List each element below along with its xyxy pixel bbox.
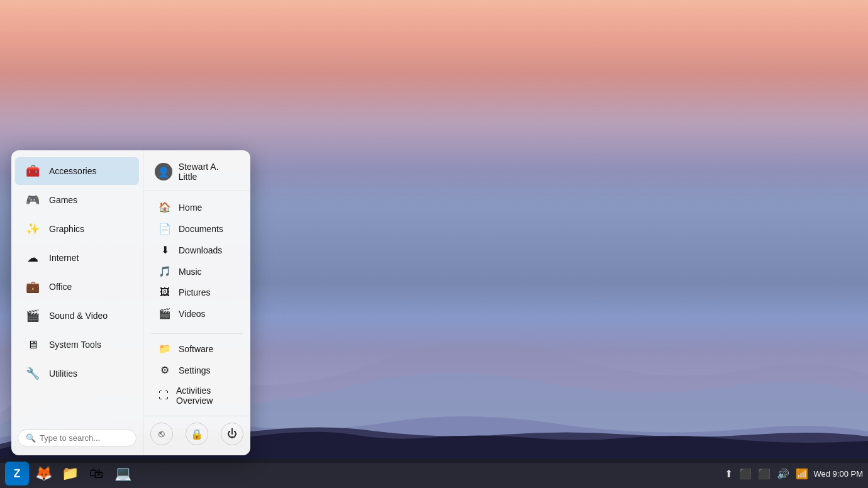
place-documents[interactable]: 📄 Documents (147, 218, 247, 239)
place-music[interactable]: 🎵 Music (147, 261, 247, 282)
settings-icon: ⚙ (159, 364, 171, 376)
category-office[interactable]: 💼 Office (15, 273, 139, 301)
place-videos-label: Videos (179, 309, 206, 319)
volume-tray-icon[interactable]: 🔊 (777, 468, 789, 480)
software-taskbar-icon[interactable]: 🛍 (84, 462, 108, 485)
firefox-icon: 🦊 (35, 465, 52, 482)
menu-categories: 🧰 Accessories 🎮 Games ✨ Graphics ☁ Inter… (11, 150, 143, 455)
bottom-actions: ⎋ 🔒 ⏻ (143, 416, 250, 448)
documents-icon: 📄 (159, 223, 171, 235)
place-home[interactable]: 🏠 Home (147, 197, 247, 218)
search-wrap: 🔍 (18, 430, 136, 446)
system-tools-icon: 🖥 (24, 336, 42, 353)
system-section: 📁 Software ⚙ Settings ⛶ Activities Overv… (143, 338, 250, 416)
suspend-button[interactable]: ⎋ (150, 423, 173, 445)
software-store-icon: 🛍 (89, 465, 103, 482)
user-name: Stewart A. Little (179, 162, 239, 182)
category-office-label: Office (49, 282, 72, 292)
place-downloads[interactable]: ⬇ Downloads (147, 240, 247, 260)
avatar: 👤 (155, 163, 172, 180)
accessories-icon: 🧰 (24, 162, 42, 180)
window-tray-icon[interactable]: ⬛ (758, 468, 771, 480)
zorin-button[interactable]: Z (5, 462, 29, 485)
videos-icon: 🎬 (159, 308, 171, 319)
category-sound-video[interactable]: 🎬 Sound & Video (15, 302, 139, 330)
category-system-tools[interactable]: 🖥 System Tools (15, 331, 139, 358)
graphics-icon: ✨ (24, 220, 42, 238)
taskbar-right: ⬆ ⬛ ⬛ 🔊 📶 Wed 9:00 PM (725, 468, 863, 480)
place-downloads-label: Downloads (179, 245, 222, 255)
category-system-tools-label: System Tools (49, 340, 101, 350)
category-accessories[interactable]: 🧰 Accessories (15, 157, 139, 185)
terminal-taskbar-icon[interactable]: 💻 (111, 462, 135, 485)
category-games[interactable]: 🎮 Games (15, 186, 139, 214)
network-tray-icon[interactable]: 📶 (796, 468, 808, 480)
search-input[interactable] (40, 433, 128, 443)
search-area: 🔍 (11, 424, 143, 449)
system-software-label: Software (179, 344, 213, 354)
office-icon: 💼 (24, 278, 42, 296)
search-icon: 🔍 (26, 433, 36, 443)
category-internet-label: Internet (49, 253, 79, 263)
category-sound-video-label: Sound & Video (49, 311, 108, 321)
downloads-icon: ⬇ (159, 244, 171, 256)
taskbar: Z 🦊 📁 🛍 💻 ⬆ ⬛ ⬛ 🔊 📶 Wed 9:00 (0, 459, 868, 488)
home-icon: 🏠 (159, 201, 171, 213)
terminal-icon: 💻 (114, 465, 131, 482)
tray-icons: ⬆ ⬛ ⬛ 🔊 📶 (725, 468, 808, 480)
place-music-label: Music (179, 267, 202, 277)
user-section: 👤 Stewart A. Little (143, 158, 250, 191)
games-icon: 🎮 (24, 191, 42, 209)
firefox-taskbar-icon[interactable]: 🦊 (31, 462, 55, 485)
category-internet[interactable]: ☁ Internet (15, 244, 139, 272)
internet-icon: ☁ (24, 249, 42, 267)
taskbar-left: Z 🦊 📁 🛍 💻 (5, 462, 135, 485)
place-documents-label: Documents (179, 224, 223, 234)
software-icon: 📁 (159, 343, 171, 355)
place-pictures-label: Pictures (179, 287, 211, 297)
utilities-icon: 🔧 (24, 365, 42, 382)
activities-icon: ⛶ (159, 390, 169, 401)
lock-icon: 🔒 (191, 428, 203, 440)
place-pictures[interactable]: 🖼 Pictures (147, 282, 247, 302)
system-activities[interactable]: ⛶ Activities Overview (147, 381, 247, 410)
place-home-label: Home (179, 202, 202, 213)
files-icon: 📁 (62, 465, 79, 482)
start-menu: 🧰 Accessories 🎮 Games ✨ Graphics ☁ Inter… (11, 150, 250, 455)
pictures-icon: 🖼 (159, 287, 171, 298)
category-graphics-label: Graphics (49, 224, 84, 234)
zorin-logo: Z (14, 467, 21, 480)
multiscreen-tray-icon[interactable]: ⬛ (739, 468, 752, 480)
category-games-label: Games (49, 195, 77, 205)
desktop: 🧰 Accessories 🎮 Games ✨ Graphics ☁ Inter… (0, 0, 868, 488)
power-icon: ⏻ (227, 428, 237, 440)
clock: Wed 9:00 PM (813, 469, 863, 479)
category-utilities[interactable]: 🔧 Utilities (15, 360, 139, 387)
avatar-icon: 👤 (157, 166, 170, 178)
place-videos[interactable]: 🎬 Videos (147, 303, 247, 324)
upload-tray-icon[interactable]: ⬆ (725, 468, 733, 480)
power-button[interactable]: ⏻ (221, 423, 243, 445)
menu-right-panel: 👤 Stewart A. Little 🏠 Home 📄 Documents ⬇… (143, 150, 250, 455)
system-settings[interactable]: ⚙ Settings (147, 360, 247, 380)
category-graphics[interactable]: ✨ Graphics (15, 215, 139, 243)
system-software[interactable]: 📁 Software (147, 338, 247, 359)
category-utilities-label: Utilities (49, 369, 77, 379)
places-section: 🏠 Home 📄 Documents ⬇ Downloads 🎵 Music 🖼 (143, 196, 250, 330)
sound-video-icon: 🎬 (24, 307, 42, 324)
files-taskbar-icon[interactable]: 📁 (58, 462, 82, 485)
suspend-icon: ⎋ (159, 428, 165, 440)
system-activities-label: Activities Overview (176, 385, 235, 406)
lock-button[interactable]: 🔒 (186, 423, 208, 445)
system-settings-label: Settings (179, 365, 211, 375)
divider-1 (151, 333, 243, 334)
category-accessories-label: Accessories (49, 166, 96, 176)
music-icon: 🎵 (159, 265, 171, 277)
